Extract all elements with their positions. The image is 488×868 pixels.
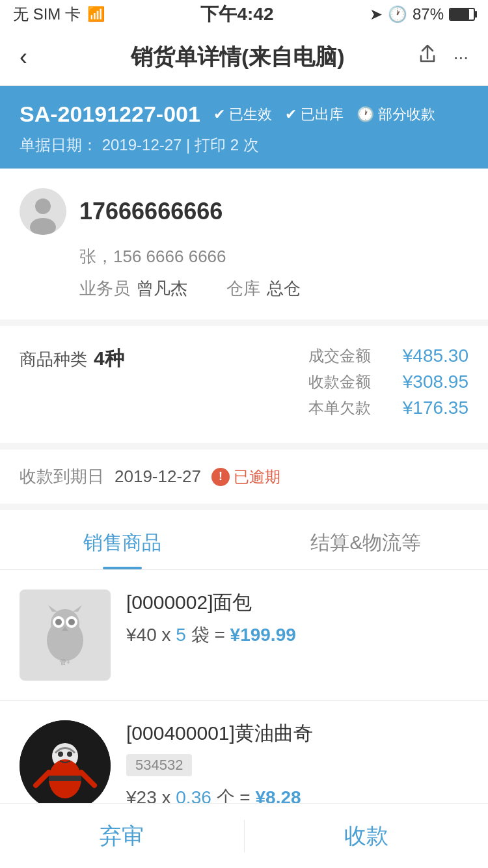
tab-products[interactable]: 销售商品: [0, 510, 244, 569]
overdue-icon: !: [211, 468, 230, 486]
product-total-1: ¥199.99: [230, 625, 296, 645]
alarm-icon: 🕐: [388, 5, 407, 23]
svg-text:管+: 管+: [60, 658, 70, 666]
salesperson-label: 业务员: [79, 277, 130, 300]
svg-point-20: [58, 752, 63, 757]
status-bar: 无 SIM 卡 📶 下午4:42 ➤ 🕐 87%: [0, 0, 488, 29]
received-label: 收款金额: [308, 372, 371, 392]
product-price-1: ¥40 x 5 袋 = ¥199.99: [126, 623, 468, 647]
status-time: 下午4:42: [200, 2, 273, 27]
received-value: ¥308.95: [384, 372, 468, 392]
product-name-2: [000400001]黄油曲奇: [126, 720, 468, 747]
product-info-1: [0000002]面包 ¥40 x 5 袋 = ¥199.99: [126, 590, 468, 647]
svg-point-9: [68, 619, 75, 625]
due-date-section: 收款到期日 2019-12-27 ! 已逾期: [0, 450, 488, 504]
product-type: 商品种类 4种: [20, 346, 124, 372]
order-number: SA-20191227-001: [20, 102, 200, 127]
status-left: 无 SIM 卡 📶: [13, 4, 105, 25]
status-effective: ✔ 已生效: [213, 105, 272, 124]
product-image-1: 管+: [20, 590, 111, 681]
due-date-value: 2019-12-27: [115, 467, 201, 487]
due-date-label: 收款到期日: [20, 465, 104, 488]
product-name-1: [0000002]面包: [126, 590, 468, 616]
location-icon: ➤: [370, 5, 383, 23]
back-button[interactable]: ‹: [20, 44, 59, 71]
stats-left: 商品种类 4种: [20, 346, 124, 372]
tabs-bar: 销售商品 结算&物流等: [0, 510, 488, 570]
stats-section: 商品种类 4种 成交金额 ¥485.30 收款金额 ¥308.95 本单欠款 ¥…: [0, 326, 488, 443]
tab-settlement[interactable]: 结算&物流等: [244, 510, 488, 569]
product-type-count: 4种: [94, 346, 124, 372]
warehouse-label: 仓库: [226, 277, 260, 300]
product-info-2: [000400001]黄油曲奇 534532 ¥23 x 0.36 个 = ¥8…: [126, 720, 468, 810]
overdue-badge: ! 已逾期: [211, 467, 280, 487]
product-qty-1: 5: [176, 625, 186, 645]
svg-point-21: [67, 752, 72, 757]
wifi-icon: 📶: [87, 6, 105, 23]
page-title: 销货单详情(来自电脑): [59, 42, 417, 72]
list-item: 管+ [0000002]面包 ¥40 x 5 袋 = ¥199.99: [0, 570, 488, 701]
status-right: ➤ 🕐 87%: [370, 5, 475, 23]
product-sku-2: 534532: [126, 754, 192, 776]
customer-detail: 张，156 6666 6666: [20, 245, 468, 268]
order-banner: SA-20191227-001 ✔ 已生效 ✔ 已出库 🕐 部分收款 单据日期：…: [0, 86, 488, 169]
debt-value: ¥176.35: [384, 398, 468, 418]
amount-label: 成交金额: [308, 346, 371, 366]
amount-row: 成交金额 ¥485.30: [308, 346, 468, 366]
nav-right-actions: ···: [417, 44, 468, 70]
product-type-label: 商品种类: [20, 348, 87, 371]
customer-meta: 业务员 曾凡杰 仓库 总仓: [20, 277, 468, 300]
customer-id: 17666666666: [79, 198, 223, 225]
cancel-review-button[interactable]: 弃审: [0, 808, 244, 864]
nav-bar: ‹ 销货单详情(来自电脑) ···: [0, 29, 488, 86]
salesperson-value: 曾凡杰: [137, 277, 187, 300]
more-button[interactable]: ···: [454, 47, 468, 68]
debt-row: 本单欠款 ¥176.35: [308, 398, 468, 418]
carrier-text: 无 SIM 卡: [13, 4, 81, 25]
svg-point-8: [55, 619, 62, 625]
received-row: 收款金额 ¥308.95: [308, 372, 468, 392]
amount-value: ¥485.30: [384, 346, 468, 366]
clock-icon: 🕐: [357, 106, 374, 123]
banner-top-row: SA-20191227-001 ✔ 已生效 ✔ 已出库 🕐 部分收款: [20, 102, 468, 127]
product-image-2: [20, 720, 111, 811]
battery-icon: [449, 8, 475, 21]
customer-section: 17666666666 张，156 6666 6666 业务员 曾凡杰 仓库 总…: [0, 169, 488, 319]
svg-point-1: [35, 198, 51, 214]
check-icon-1: ✔: [213, 106, 225, 123]
bottom-bar: 弃审 收款: [0, 803, 488, 868]
battery-text: 87%: [413, 5, 444, 23]
avatar: [20, 188, 66, 235]
banner-date-row: 单据日期： 2019-12-27 | 打印 2 次: [20, 135, 468, 156]
status-shipped: ✔ 已出库: [285, 105, 344, 124]
stats-right: 成交金额 ¥485.30 收款金额 ¥308.95 本单欠款 ¥176.35: [308, 346, 468, 424]
warehouse-info: 仓库 总仓: [226, 277, 301, 300]
warehouse-value: 总仓: [267, 277, 301, 300]
share-button[interactable]: [417, 44, 438, 70]
svg-rect-17: [49, 776, 81, 781]
debt-label: 本单欠款: [308, 398, 371, 418]
status-partial: 🕐 部分收款: [357, 105, 435, 124]
overdue-text: 已逾期: [234, 467, 280, 487]
collect-payment-button[interactable]: 收款: [245, 808, 489, 864]
customer-header: 17666666666: [20, 188, 468, 235]
check-icon-2: ✔: [285, 106, 297, 123]
salesperson-info: 业务员 曾凡杰: [79, 277, 187, 300]
